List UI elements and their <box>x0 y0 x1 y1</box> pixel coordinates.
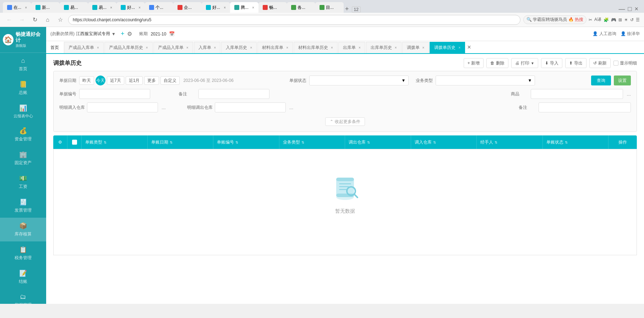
biztype-select[interactable]: ▼ <box>436 76 535 85</box>
goods-input[interactable] <box>531 89 623 99</box>
browser-tab-7[interactable]: 企... <box>173 2 202 13</box>
th-doc-no[interactable]: 单账编号 ⇅ <box>213 135 279 149</box>
new-tab-button[interactable]: + <box>345 5 349 13</box>
tab-close-icon[interactable]: × <box>359 46 361 50</box>
search-box[interactable]: 🔍 学霸应聘场驱鸟员 🔥 热搜 <box>523 15 586 24</box>
browser-tab-4[interactable]: 易... × <box>88 2 116 13</box>
tab-close-icon[interactable]: × <box>146 46 148 50</box>
sidebar-item-tax[interactable]: 📋 税务管理 <box>0 241 46 265</box>
period-value[interactable]: 2021-10 <box>151 32 166 37</box>
date-btn-custom[interactable]: 自定义 <box>160 76 180 85</box>
undo-icon[interactable]: ↺ <box>630 17 634 22</box>
browser-tab-2[interactable]: 新... <box>31 2 60 13</box>
sidebar-item-invoice[interactable]: 🧾 发票管理 <box>0 194 46 218</box>
tab-outbound[interactable]: 出库单 × <box>338 42 365 53</box>
tab-inbound[interactable]: 入库单 × <box>194 42 221 53</box>
tab-close-icon[interactable]: × <box>25 6 27 10</box>
tab-transfer-history[interactable]: 调拨单历史 × <box>430 42 465 53</box>
tab-close-icon[interactable]: × <box>422 46 425 50</box>
bookmark-button[interactable]: ☆ <box>55 15 65 25</box>
sidebar-item-home[interactable]: ⌂ 首页 <box>0 53 46 76</box>
tab-home[interactable]: 首页 <box>46 42 63 53</box>
import-button[interactable]: ⬇ 导入 <box>541 58 562 68</box>
maximize-button[interactable]: □ <box>628 5 632 13</box>
scissors-icon[interactable]: ✂ <box>589 17 592 22</box>
sidebar-item-ledger[interactable]: 📒 总账 <box>0 76 46 100</box>
show-detail-toggle[interactable]: 显示明细 <box>613 60 637 66</box>
company-settings-icon[interactable]: ⚙ <box>127 30 132 37</box>
th-settings[interactable]: ⚙ <box>53 135 67 149</box>
th-checkbox[interactable] <box>67 135 82 149</box>
game-icon[interactable]: 🎮 <box>611 17 616 22</box>
close-window-button[interactable]: × <box>634 5 638 13</box>
inbound-wh-select-icon[interactable]: ... <box>162 105 166 110</box>
reload-button[interactable]: ↻ <box>30 15 40 25</box>
company-selector[interactable]: (勿删勿禁用) 江西服宝测试专用 ▼ <box>50 31 116 37</box>
th-inbound-wh[interactable]: 调入仓库 ⇅ <box>411 135 477 149</box>
browser-tab-6[interactable]: 个... <box>145 2 173 13</box>
tab-close-icon[interactable]: × <box>395 46 397 50</box>
tab-transfer[interactable]: 调拨单 × <box>402 42 429 53</box>
minimize-button[interactable]: — <box>619 5 625 13</box>
user-profile[interactable]: 👤 徐泽华 <box>621 31 640 37</box>
date-btn-1month[interactable]: 近1月 <box>126 76 143 85</box>
browser-tab-3[interactable]: 易... <box>60 2 88 13</box>
sidebar-item-settlement[interactable]: 📝 结账 <box>0 265 46 289</box>
remark-input[interactable] <box>198 89 269 99</box>
tab-close-icon[interactable]: × <box>214 46 216 50</box>
tab-close-icon[interactable]: × <box>458 46 460 50</box>
tab-close-icon[interactable]: × <box>286 46 288 50</box>
sidebar-item-archive[interactable]: 🗂 归档管理 <box>0 289 46 304</box>
browser-tab-active[interactable]: 腾... × <box>230 2 258 13</box>
forward-button[interactable]: → <box>17 15 27 25</box>
theme-icon[interactable]: ☀ <box>624 17 628 22</box>
remark2-input[interactable] <box>539 102 631 112</box>
tab-close-icon[interactable]: × <box>252 6 254 10</box>
tab-close-icon[interactable]: × <box>110 6 112 10</box>
address-bar[interactable] <box>68 15 520 25</box>
tab-product-inbound2[interactable]: 产成品入库单 × <box>153 42 193 53</box>
tab-outbound-history[interactable]: 出库单历史 × <box>366 42 402 53</box>
th-handler[interactable]: 经手人 ⇅ <box>477 135 543 149</box>
tab-nav-close-icon[interactable]: × <box>467 44 471 51</box>
th-outbound-wh[interactable]: 调出仓库 ⇅ <box>345 135 411 149</box>
grid-icon[interactable]: ⊞ <box>618 17 622 22</box>
tab-material-outbound-history[interactable]: 材料出库单历史 × <box>294 42 338 53</box>
tab-product-inbound-history[interactable]: 产成品入库单历史 × <box>104 42 153 53</box>
browser-tab-10[interactable]: 各... <box>287 2 315 13</box>
th-doc-status[interactable]: 单账状态 ⇅ <box>543 135 609 149</box>
browser-tab-8[interactable]: 好... × <box>202 2 230 13</box>
support-link[interactable]: 👤 人工咨询 <box>593 31 616 37</box>
extension-icon[interactable]: 🧩 <box>604 17 609 22</box>
th-doc-type[interactable]: 单账类型 ⇅ <box>82 135 148 149</box>
sidebar-item-inventory[interactable]: 📦 库存核算 <box>0 218 46 241</box>
date-btn-yesterday[interactable]: 昨天 <box>79 76 94 85</box>
refresh-button[interactable]: ↺ 刷新 <box>589 58 611 68</box>
tab-close-icon[interactable]: × <box>224 6 226 10</box>
collapse-button[interactable]: ⌃ 收起更多条件 <box>325 117 365 126</box>
sidebar-item-fund[interactable]: 💰 资金管理 <box>0 123 46 146</box>
tab-inbound-history[interactable]: 入库单历史 × <box>221 42 257 53</box>
menu-icon[interactable]: ☰ <box>636 17 640 22</box>
date-btn-more[interactable]: 更多 <box>144 76 159 85</box>
sidebar-item-salary[interactable]: 💵 工资 <box>0 170 46 194</box>
tab-close-icon[interactable]: × <box>138 6 141 10</box>
tab-close-icon[interactable]: × <box>97 46 99 50</box>
outbound-wh-select-icon[interactable]: ... <box>289 105 294 110</box>
calendar-icon[interactable]: 📅 <box>169 31 175 37</box>
export-button[interactable]: ⬆ 导出 <box>565 58 586 68</box>
inbound-wh-input[interactable] <box>87 102 158 112</box>
docno-input[interactable] <box>79 89 150 99</box>
tab-material-outbound[interactable]: 材料出库单 × <box>257 42 293 53</box>
print-button[interactable]: 🖨 打印 ▼ <box>511 58 538 68</box>
browser-tab-9[interactable]: 畅... <box>258 2 287 13</box>
new-button[interactable]: + 新增 <box>464 58 484 68</box>
status-select[interactable]: ▼ <box>309 76 409 85</box>
tab-product-inbound[interactable]: 产成品入库单 × <box>64 42 104 53</box>
tab-close-icon[interactable]: × <box>186 46 189 50</box>
date-btn-7days[interactable]: 近7天 <box>107 76 124 85</box>
select-all-checkbox[interactable] <box>72 140 77 145</box>
home-button[interactable]: ⌂ <box>43 15 53 25</box>
query-button[interactable]: 查询 <box>591 76 611 85</box>
sidebar-item-report[interactable]: 📊 云报表中心 <box>0 100 46 123</box>
